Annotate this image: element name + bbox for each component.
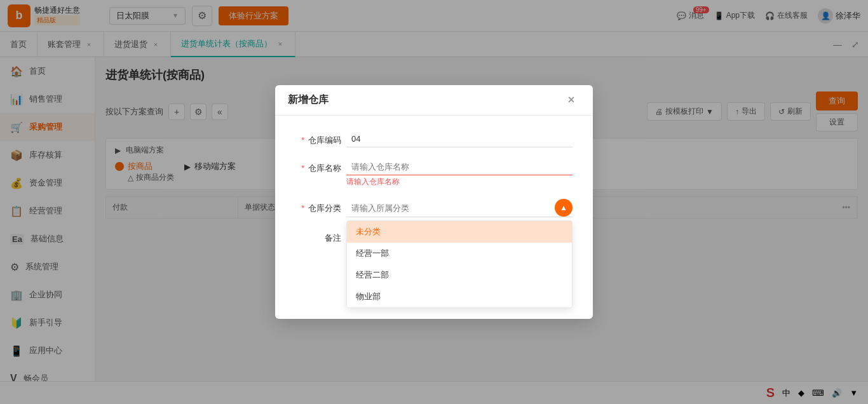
modal-body: * 仓库编码 * 仓库名称 请输入仓库名称 bbox=[275, 116, 593, 281]
form-label-name: * 仓库名称 bbox=[295, 159, 346, 174]
category-dropdown-toggle[interactable]: ▲ bbox=[555, 199, 573, 217]
form-field-category: ▲ 未分类 经营一部 经营二部 物业部 bbox=[346, 199, 573, 217]
modal-overlay[interactable]: 新增仓库 × * 仓库编码 * 仓库名称 bbox=[0, 0, 868, 404]
form-label-note: 备注 bbox=[295, 229, 346, 244]
form-label-category: * 仓库分类 bbox=[295, 199, 346, 214]
modal-close-button[interactable]: × bbox=[562, 91, 580, 109]
code-input[interactable] bbox=[346, 131, 573, 147]
category-input[interactable] bbox=[346, 200, 555, 216]
form-field-name: 请输入仓库名称 bbox=[346, 159, 573, 187]
dropdown-option-1[interactable]: 经营一部 bbox=[347, 243, 572, 264]
form-row-category: * 仓库分类 ▲ 未分类 经营一部 经营二部 物业部 bbox=[295, 199, 573, 217]
name-error-msg: 请输入仓库名称 bbox=[346, 177, 573, 187]
category-input-row: ▲ bbox=[346, 199, 573, 217]
modal-title: 新增仓库 bbox=[288, 93, 329, 107]
category-dropdown: ▲ 未分类 经营一部 经营二部 物业部 bbox=[346, 199, 573, 217]
name-input[interactable] bbox=[346, 159, 573, 175]
dropdown-option-3[interactable]: 物业部 bbox=[347, 286, 572, 307]
modal-new-warehouse: 新增仓库 × * 仓库编码 * 仓库名称 bbox=[275, 85, 593, 319]
modal-header: 新增仓库 × bbox=[275, 85, 593, 116]
category-dropdown-list: 未分类 经营一部 经营二部 物业部 bbox=[346, 220, 573, 308]
form-row-name: * 仓库名称 请输入仓库名称 bbox=[295, 159, 573, 187]
form-field-code bbox=[346, 131, 573, 147]
dropdown-option-2[interactable]: 经营二部 bbox=[347, 264, 572, 286]
form-label-code: * 仓库编码 bbox=[295, 131, 346, 146]
form-row-code: * 仓库编码 bbox=[295, 131, 573, 147]
dropdown-option-0[interactable]: 未分类 bbox=[347, 221, 572, 243]
